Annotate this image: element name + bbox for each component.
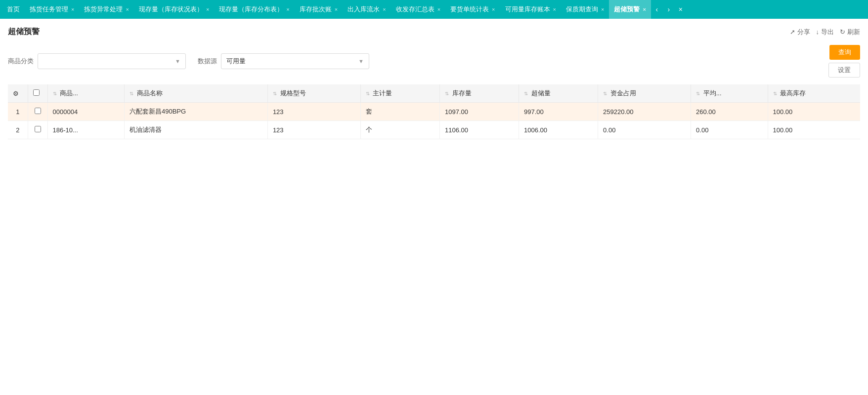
row1-spec: 123 [267,103,360,121]
nav-stock-status-close[interactable]: × [206,6,209,12]
sort-icon-spec: ⇅ [273,91,277,96]
refresh-icon: ↻ [840,28,845,36]
th-capital[interactable]: ⇅ 资金占用 [598,84,691,103]
th-stock-label: 库存量 [452,89,472,97]
nav-expiry[interactable]: 保质期查询 × [561,0,609,19]
nav-available-stock-label: 可用量库存账本 [505,5,550,14]
sort-icon-product-name: ⇅ [130,91,133,96]
table-head: ⚙ ⇅ 商品... ⇅ 商品名称 ⇅ 规格型号 ⇅ [8,84,860,103]
nav-exception-close[interactable]: × [126,6,129,12]
th-settings[interactable]: ⚙ [8,84,28,103]
th-avg-label: 平均... [703,89,722,97]
page-header: 超储预警 ➚ 分享 ↓ 导出 ↻ 刷新 [8,27,860,37]
sort-icon-stock: ⇅ [445,91,449,96]
nav-requisition-label: 要货单统计表 [450,5,489,14]
nav-batch-account-close[interactable]: × [335,6,338,12]
category-chevron-icon: ▼ [175,58,180,64]
table-row: 1 0000004 六配套新昌490BPG 123 套 1097.00 997.… [8,103,860,121]
nav-stock-dist[interactable]: 现存量（库存分布表） × [214,0,294,19]
query-button[interactable]: 查询 [829,45,860,60]
share-icon: ➚ [790,28,795,36]
nav-inout-flow[interactable]: 出入库流水 × [343,0,391,19]
sort-icon-product-code: ⇅ [53,91,57,96]
th-stock[interactable]: ⇅ 库存量 [439,84,519,103]
nav-available-stock[interactable]: 可用量库存账本 × [500,0,561,19]
th-checkbox[interactable] [28,84,47,103]
th-spec[interactable]: ⇅ 规格型号 [267,84,360,103]
nav-home-label: 首页 [7,5,20,14]
row2-capital: 0.00 [598,121,691,139]
nav-expiry-label: 保质期查询 [566,5,598,14]
datasource-chevron-icon: ▼ [358,58,364,64]
nav-batch-account[interactable]: 库存批次账 × [295,0,343,19]
row2-max-stock: 100.00 [768,121,860,139]
nav-overstock[interactable]: 超储预警 × [609,0,651,19]
th-product-code[interactable]: ⇅ 商品... [47,84,124,103]
th-unit[interactable]: ⇅ 主计量 [360,84,439,103]
nav-overstock-close[interactable]: × [643,6,646,12]
nav-summary[interactable]: 收发存汇总表 × [391,0,445,19]
th-overstock-label: 超储量 [531,89,551,97]
sort-icon-unit: ⇅ [366,91,370,96]
nav-available-stock-close[interactable]: × [553,6,556,12]
row1-checkbox-cell[interactable] [28,103,47,121]
settings-button[interactable]: 设置 [828,63,860,78]
category-select[interactable]: ▼ [38,53,186,69]
refresh-action[interactable]: ↻ 刷新 [840,28,860,37]
row2-spec: 123 [267,121,360,139]
row2-unit: 个 [360,121,439,139]
nav-task-mgmt-close[interactable]: × [71,6,74,12]
th-capital-label: 资金占用 [610,89,636,97]
nav-exception[interactable]: 拣货异常处理 × [79,0,133,19]
row1-product-name: 六配套新昌490BPG [124,103,267,121]
row1-product-code: 0000004 [47,103,124,121]
share-label: 分享 [797,28,810,37]
datasource-select[interactable]: 可用量 ▼ [221,53,369,69]
category-label: 商品分类 [8,57,34,66]
nav-requisition-close[interactable]: × [492,6,495,12]
nav-prev-btn[interactable]: ‹ [651,0,663,19]
row1-capital: 259220.00 [598,103,691,121]
table-row: 2 186-10... 机油滤清器 123 个 1106.00 1006.00 … [8,121,860,139]
export-label: 导出 [821,28,834,37]
row2-checkbox[interactable] [35,126,41,132]
export-action[interactable]: ↓ 导出 [816,28,834,37]
th-avg[interactable]: ⇅ 平均... [691,84,768,103]
datasource-value: 可用量 [226,57,246,66]
sort-icon-max-stock: ⇅ [773,91,777,96]
category-filter-group: 商品分类 ▼ [8,53,186,69]
nav-summary-close[interactable]: × [437,6,440,12]
export-icon: ↓ [816,28,820,36]
th-product-name[interactable]: ⇅ 商品名称 [124,84,267,103]
row1-stock: 1097.00 [439,103,519,121]
page-actions: ➚ 分享 ↓ 导出 ↻ 刷新 [790,28,861,37]
nav-next-btn[interactable]: › [663,0,675,19]
nav-close-all-btn[interactable]: × [675,0,687,19]
topbar: 首页 拣货任务管理 × 拣货异常处理 × 现存量（库存状况表） × 现存量（库存… [0,0,868,19]
nav-stock-status[interactable]: 现存量（库存状况表） × [134,0,214,19]
table-header-row: ⚙ ⇅ 商品... ⇅ 商品名称 ⇅ 规格型号 ⇅ [8,84,860,103]
row1-checkbox[interactable] [35,108,41,114]
th-overstock[interactable]: ⇅ 超储量 [519,84,598,103]
th-unit-label: 主计量 [373,89,392,97]
nav-inout-flow-close[interactable]: × [383,6,386,12]
row1-avg: 260.00 [691,103,768,121]
th-product-name-label: 商品名称 [137,89,163,97]
share-action[interactable]: ➚ 分享 [790,28,810,37]
row2-checkbox-cell[interactable] [28,121,47,139]
row1-num: 1 [8,103,28,121]
row1-max-stock: 100.00 [768,103,860,121]
nav-task-mgmt[interactable]: 拣货任务管理 × [25,0,79,19]
nav-expiry-close[interactable]: × [601,6,604,12]
nav-summary-label: 收发存汇总表 [396,5,434,14]
nav-home[interactable]: 首页 [2,0,25,19]
nav-requisition[interactable]: 要货单统计表 × [445,0,500,19]
sort-icon-overstock: ⇅ [524,91,528,96]
settings-gear-icon[interactable]: ⚙ [13,90,19,97]
refresh-label: 刷新 [847,28,860,37]
th-max-stock[interactable]: ⇅ 最高库存 [768,84,860,103]
row2-product-code: 186-10... [47,121,124,139]
nav-stock-dist-close[interactable]: × [286,6,289,12]
datasource-label: 数据源 [198,57,217,66]
select-all-checkbox[interactable] [33,89,40,96]
